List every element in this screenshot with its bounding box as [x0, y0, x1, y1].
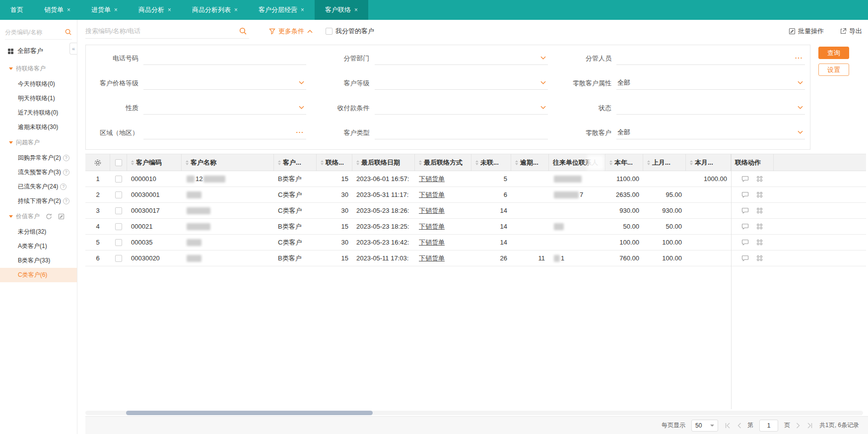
my-customers-filter[interactable]: 我分管的客户	[326, 27, 374, 36]
page-number-input[interactable]	[759, 420, 778, 432]
filter-input-收付款条件[interactable]	[375, 102, 548, 115]
row-checkbox[interactable]	[115, 176, 122, 183]
filter-input-分管人员[interactable]: ···	[616, 52, 805, 65]
chevron-down-icon[interactable]	[540, 81, 546, 84]
tab-商品分析[interactable]: 商品分析×	[128, 0, 182, 20]
filter-input-性质[interactable]	[143, 102, 306, 115]
create-sales-order-link[interactable]: 下销货单	[419, 206, 445, 215]
first-page-button[interactable]	[724, 423, 731, 429]
column-header-gear[interactable]	[85, 154, 110, 171]
sidebar-item-C类客户(6)[interactable]: C类客户(6)	[0, 268, 77, 282]
sidebar-item-今天待联络(0)[interactable]: 今天待联络(0)	[0, 77, 77, 91]
sidebar-group-问题客户[interactable]: 问题客户	[0, 134, 77, 151]
tab-close-icon[interactable]: ×	[114, 6, 118, 13]
search-icon[interactable]	[65, 28, 72, 36]
sort-icon[interactable]	[278, 160, 281, 165]
sort-icon[interactable]	[515, 160, 518, 165]
customer-search-input[interactable]	[85, 27, 239, 35]
tab-销货单[interactable]: 销货单×	[34, 0, 81, 20]
chevron-down-icon[interactable]	[299, 106, 304, 109]
create-sales-order-link[interactable]: 下销货单	[419, 222, 445, 231]
row-checkbox[interactable]	[115, 255, 122, 262]
filter-input-电话号码[interactable]	[143, 52, 306, 65]
create-sales-order-link[interactable]: 下销货单	[419, 254, 445, 263]
chevron-down-icon[interactable]	[299, 81, 304, 84]
horizontal-scrollbar-thumb[interactable]	[126, 411, 373, 415]
more-filters-toggle[interactable]: 更多条件	[269, 27, 313, 36]
more-actions-icon[interactable]	[756, 254, 763, 262]
tab-close-icon[interactable]: ×	[67, 6, 70, 13]
tab-close-icon[interactable]: ×	[301, 6, 304, 13]
tab-close-icon[interactable]: ×	[234, 6, 238, 13]
next-page-button[interactable]	[796, 423, 801, 429]
sort-icon[interactable]	[647, 160, 650, 165]
sidebar-search-input[interactable]	[5, 29, 65, 36]
row-checkbox[interactable]	[115, 191, 122, 198]
sidebar-item-持续下滑客户(2)[interactable]: 持续下滑客户(2)?	[0, 194, 77, 208]
ellipsis-icon[interactable]: ···	[795, 56, 803, 60]
chevron-down-icon[interactable]	[540, 106, 546, 109]
tab-客户联络[interactable]: 客户联络×	[315, 0, 368, 20]
filter-input-状态[interactable]	[616, 102, 805, 115]
chat-action-icon[interactable]	[741, 223, 749, 230]
tab-商品分析列表[interactable]: 商品分析列表×	[182, 0, 248, 20]
filter-input-客户等级[interactable]	[375, 77, 548, 90]
filter-input-区域（地区）[interactable]: ···	[143, 126, 306, 139]
per-page-select[interactable]: 50	[691, 420, 718, 432]
sort-icon[interactable]	[321, 160, 324, 165]
chat-action-icon[interactable]	[741, 207, 749, 214]
sort-icon[interactable]	[419, 160, 422, 165]
ellipsis-icon[interactable]: ···	[296, 130, 304, 134]
sort-icon[interactable]	[475, 160, 478, 165]
horizontal-scrollbar[interactable]	[85, 411, 863, 415]
help-icon[interactable]: ?	[60, 184, 67, 190]
tab-close-icon[interactable]: ×	[168, 6, 171, 13]
chat-action-icon[interactable]	[741, 191, 749, 198]
sidebar-collapse-button[interactable]: «	[69, 43, 77, 55]
export-button[interactable]: 导出	[840, 27, 862, 36]
help-icon[interactable]: ?	[63, 198, 69, 204]
filter-input-零散客户[interactable]: 全部	[616, 126, 805, 139]
sort-icon[interactable]	[356, 160, 359, 165]
sidebar-item-回购异常客户(2)[interactable]: 回购异常客户(2)?	[0, 151, 77, 165]
prev-page-button[interactable]	[737, 423, 741, 429]
tab-close-icon[interactable]: ×	[354, 6, 358, 13]
filter-input-客户价格等级[interactable]	[143, 77, 306, 90]
help-icon[interactable]: ?	[63, 169, 69, 176]
create-sales-order-link[interactable]: 下销货单	[419, 238, 445, 247]
create-sales-order-link[interactable]: 下销货单	[419, 175, 445, 184]
sidebar-item-近7天待联络(0)[interactable]: 近7天待联络(0)	[0, 106, 77, 120]
gear-icon[interactable]	[94, 159, 102, 167]
edit-icon[interactable]	[58, 213, 65, 220]
query-button[interactable]: 查询	[818, 47, 849, 59]
row-checkbox[interactable]	[115, 207, 122, 214]
sort-icon[interactable]	[186, 160, 189, 165]
chevron-down-icon[interactable]	[798, 81, 803, 84]
chevron-down-icon[interactable]	[798, 130, 803, 134]
batch-operations-button[interactable]: 批量操作	[789, 27, 824, 36]
filter-input-分管部门[interactable]	[375, 52, 548, 65]
tab-进货单[interactable]: 进货单×	[81, 0, 128, 20]
settings-button[interactable]: 设置	[818, 63, 849, 76]
filter-input-客户类型[interactable]	[375, 126, 548, 139]
sidebar-item-流失预警客户(3)[interactable]: 流失预警客户(3)?	[0, 165, 77, 180]
column-header-checkbox[interactable]	[110, 154, 127, 171]
sidebar-item-逾期未联络(30)[interactable]: 逾期未联络(30)	[0, 120, 77, 134]
help-icon[interactable]: ?	[63, 155, 69, 161]
sidebar-group-价值客户[interactable]: 价值客户	[0, 208, 77, 225]
sidebar-item-明天待联络(1)[interactable]: 明天待联络(1)	[0, 91, 77, 106]
sidebar-item-A类客户(1)[interactable]: A类客户(1)	[0, 239, 77, 253]
search-icon[interactable]	[239, 27, 247, 35]
sidebar-item-未分组(32)[interactable]: 未分组(32)	[0, 225, 77, 239]
sort-icon[interactable]	[609, 160, 612, 165]
more-actions-icon[interactable]	[756, 223, 763, 230]
create-sales-order-link[interactable]: 下销货单	[419, 190, 445, 199]
more-actions-icon[interactable]	[756, 175, 763, 183]
sidebar-item-已流失客户(24)[interactable]: 已流失客户(24)?	[0, 180, 77, 194]
sidebar-group-待联络客户[interactable]: 待联络客户	[0, 61, 77, 77]
more-actions-icon[interactable]	[756, 239, 763, 246]
more-actions-icon[interactable]	[756, 191, 763, 198]
refresh-icon[interactable]	[46, 213, 52, 220]
sidebar-item-all-customers[interactable]: 全部客户	[0, 40, 77, 61]
sort-icon[interactable]	[131, 160, 134, 165]
